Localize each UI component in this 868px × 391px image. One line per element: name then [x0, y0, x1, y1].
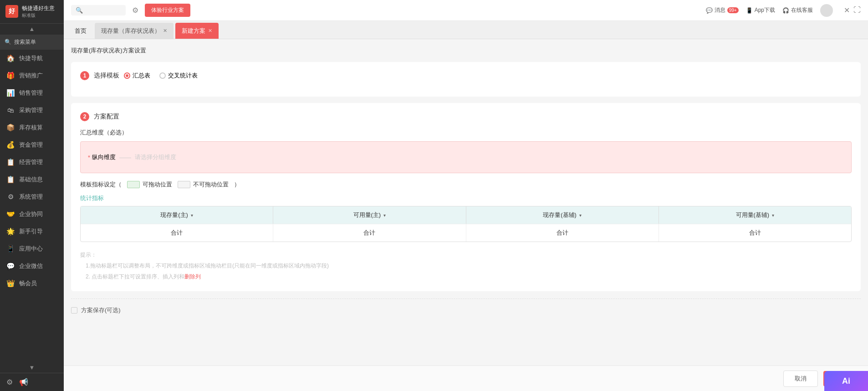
customer-service-button[interactable]: 🎧 在线客服	[782, 6, 813, 14]
sidebar-item-label: 销售管理	[19, 89, 43, 97]
cell-available-main-sub: 合计	[273, 224, 466, 242]
chart-icon: 📊	[6, 89, 15, 97]
bag-icon: 🛍	[6, 106, 15, 114]
sidebar-item-quick-nav[interactable]: 🏠 快捷导航	[0, 50, 64, 67]
message-button[interactable]: 💬 消息 99+	[706, 6, 739, 14]
bottom-bar: 取消 查询	[64, 365, 868, 391]
sidebar-scroll-up[interactable]: ▲	[0, 24, 64, 35]
home-icon: 🏠	[6, 54, 15, 62]
sidebar-item-label: 采购管理	[19, 106, 43, 114]
sidebar-item-label: 系统管理	[19, 193, 43, 201]
tab-new-scheme-close-icon[interactable]: ✕	[208, 28, 212, 34]
gear-icon: ⚙	[6, 193, 15, 201]
col-stock-main[interactable]: 现存量(主) ▾	[81, 206, 273, 224]
sidebar-scroll-down[interactable]: ▼	[0, 362, 64, 373]
settings-icon[interactable]: ⚙	[6, 378, 13, 386]
settings-gear-icon[interactable]: ⚙	[130, 4, 140, 16]
sidebar-item-system[interactable]: ⚙ 系统管理	[0, 188, 64, 206]
chat-icon: 💬	[6, 262, 15, 270]
step2-title: 方案配置	[94, 113, 119, 121]
sidebar-item-wechat[interactable]: 💬 企业微信	[0, 257, 64, 275]
col-available-aux[interactable]: 可用量(基辅) ▾	[659, 206, 851, 224]
message-badge: 99+	[727, 7, 739, 13]
app-download-label: App下载	[755, 6, 775, 14]
step1-number: 1	[80, 71, 89, 80]
radio-cross[interactable]: 交叉统计表	[159, 72, 198, 80]
step1-header: 1 选择模板 汇总表 交叉统计表	[80, 71, 852, 80]
vertical-dim-placeholder: 请选择分组维度	[135, 153, 176, 161]
crown-icon: 👑	[6, 279, 15, 288]
step1-title: 选择模板	[94, 72, 119, 80]
page-title: 现存量(库存状况表)方案设置	[71, 46, 861, 55]
close-icon[interactable]: ✕	[844, 6, 850, 15]
sidebar-item-finance[interactable]: 💰 资金管理	[0, 136, 64, 154]
col-stock-aux-label: 现存量(基辅)	[543, 211, 577, 219]
topbar-search-input[interactable]	[86, 7, 122, 14]
star-icon: 🌟	[6, 227, 15, 236]
sidebar-search[interactable]: 🔍 搜索菜单	[0, 35, 64, 50]
app-download-button[interactable]: 📱 App下载	[746, 6, 775, 14]
content-area: 现存量(库存状况表)方案设置 1 选择模板 汇总表 交叉统计表	[64, 39, 868, 365]
sidebar-item-marketing[interactable]: 🎁 营销推广	[0, 67, 64, 84]
immovable-box	[178, 181, 190, 188]
trial-button[interactable]: 体验行业方案	[145, 4, 190, 17]
tab-inventory-close-icon[interactable]: ✕	[163, 28, 167, 34]
divider	[71, 298, 861, 299]
sidebar-item-label: 新手引导	[19, 227, 43, 236]
immovable-label: 不可拖动位置	[193, 180, 229, 189]
radio-summary[interactable]: 汇总表	[124, 72, 150, 80]
sidebar-item-basic-info[interactable]: 📋 基础信息	[0, 171, 64, 188]
table-header-row: 现存量(主) ▾ 可用量(主) ▾ 现存量(基辅) ▾ 可用量(基辅) ▾	[81, 206, 851, 224]
sidebar-item-purchase[interactable]: 🛍 采购管理	[0, 102, 64, 119]
sidebar-item-app-center[interactable]: 📱 应用中心	[0, 240, 64, 257]
col-available-main[interactable]: 可用量(主) ▾	[273, 206, 466, 224]
clipboard-icon: 📋	[6, 158, 15, 166]
sidebar-item-cooperation[interactable]: 🤝 企业协同	[0, 206, 64, 223]
chevron-down-icon: ▾	[772, 213, 774, 218]
tab-home-label: 首页	[75, 27, 87, 35]
tab-inventory-status[interactable]: 现存量（库存状况表） ✕	[95, 23, 174, 39]
summary-dimension-label: 汇总维度（必选）	[80, 129, 852, 137]
phone-icon: 📱	[6, 245, 15, 253]
stats-label: 统计指标	[80, 194, 852, 202]
speaker-icon[interactable]: 📢	[19, 378, 28, 386]
sidebar-item-label: 快捷导航	[19, 54, 43, 62]
sidebar: 好 畅捷通好生意 标准版 ▲ 🔍 搜索菜单 🏠 快捷导航 🎁 营销推广 📊 销售…	[0, 0, 64, 391]
chevron-down-icon: ▾	[191, 213, 193, 218]
dimension-box[interactable]: * 纵向维度 —— 请选择分组维度	[80, 141, 852, 173]
tab-home[interactable]: 首页	[68, 23, 93, 39]
save-checkbox[interactable]	[71, 307, 77, 314]
sidebar-item-sales[interactable]: 📊 销售管理	[0, 84, 64, 102]
sidebar-item-member[interactable]: 👑 畅会员	[0, 275, 64, 292]
sidebar-search-label: 搜索菜单	[14, 38, 36, 46]
sidebar-item-inventory[interactable]: 📦 库存核算	[0, 119, 64, 136]
app-name: 畅捷通好生意	[22, 5, 55, 12]
vertical-dim-label: 纵向维度	[92, 153, 116, 161]
app-edition: 标准版	[22, 12, 55, 19]
step2-card: 2 方案配置 汇总维度（必选） * 纵向维度 —— 请选择分组维度 模板指标设定…	[71, 103, 861, 291]
ai-badge[interactable]: Ai	[824, 371, 868, 391]
col-stock-aux[interactable]: 现存量(基辅) ▾	[466, 206, 659, 224]
topbar-search-box[interactable]: 🔍	[71, 5, 126, 15]
indicator-immovable: 不可拖动位置	[178, 180, 229, 189]
indicator-movable: 可拖动位置	[127, 180, 172, 189]
sidebar-item-label: 应用中心	[19, 245, 43, 253]
tab-inventory-status-label: 现存量（库存状况表）	[101, 27, 160, 35]
cancel-button[interactable]: 取消	[783, 370, 818, 387]
stats-table: 现存量(主) ▾ 可用量(主) ▾ 现存量(基辅) ▾ 可用量(基辅) ▾	[80, 206, 852, 242]
step2-number: 2	[80, 112, 89, 121]
sidebar-item-guide[interactable]: 🌟 新手引导	[0, 223, 64, 240]
tips-title: 提示：	[80, 252, 97, 258]
gift-icon: 🎁	[6, 72, 15, 80]
sidebar-item-label: 畅会员	[19, 279, 37, 288]
user-avatar[interactable]	[820, 4, 833, 17]
save-row: 方案保存(可选)	[71, 306, 861, 314]
step2-header: 2 方案配置	[80, 112, 852, 121]
template-indicator-prefix: 模板指标设定（	[80, 180, 122, 189]
sidebar-item-label: 企业微信	[19, 262, 43, 270]
radio-summary-label: 汇总表	[133, 72, 150, 80]
tab-new-scheme[interactable]: 新建方案 ✕	[175, 23, 219, 39]
chevron-down-icon: ▾	[579, 213, 582, 218]
sidebar-item-business[interactable]: 📋 经营管理	[0, 154, 64, 171]
expand-icon[interactable]: ⛶	[853, 6, 861, 15]
